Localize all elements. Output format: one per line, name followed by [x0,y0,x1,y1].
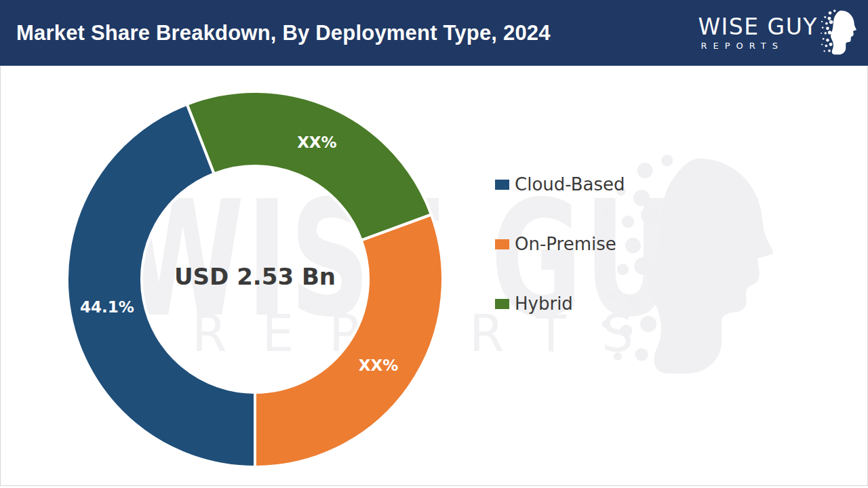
legend-label: Hybrid [515,293,573,314]
donut-slice-on-premise [255,215,443,468]
brand-name: WISE GUY [698,16,818,39]
brand-logo: WISE GUY REPORTS [698,8,861,58]
legend-label: On-Premise [515,234,616,254]
report-image: Market Share Breakdown, By Deployment Ty… [0,0,868,488]
legend-swatch-cloud-based [495,180,509,190]
legend-item-on-premise: On-Premise [495,234,625,254]
brand-subtitle: REPORTS [698,41,784,51]
center-value-label: USD 2.53 Bn [119,263,391,290]
page-title: Market Share Breakdown, By Deployment Ty… [16,21,551,45]
slice-label: XX% [297,134,337,151]
slice-label: XX% [359,357,399,374]
slice-label: 44.1% [80,298,134,316]
legend: Cloud-Based On-Premise Hybrid [495,174,625,314]
brand-logo-text: WISE GUY REPORTS [698,16,818,51]
legend-swatch-hybrid [495,299,509,309]
legend-swatch-on-premise [495,239,509,249]
legend-item-hybrid: Hybrid [495,293,625,314]
chart-area: WISE GUY REPORTS XX%XX%44.1% USD 2.53 Bn… [0,66,868,486]
legend-item-cloud-based: Cloud-Based [495,174,625,195]
legend-label: Cloud-Based [515,174,625,195]
header-bar: Market Share Breakdown, By Deployment Ty… [0,0,868,66]
donut-slice-hybrid [187,92,431,240]
brand-face-icon [819,8,861,58]
